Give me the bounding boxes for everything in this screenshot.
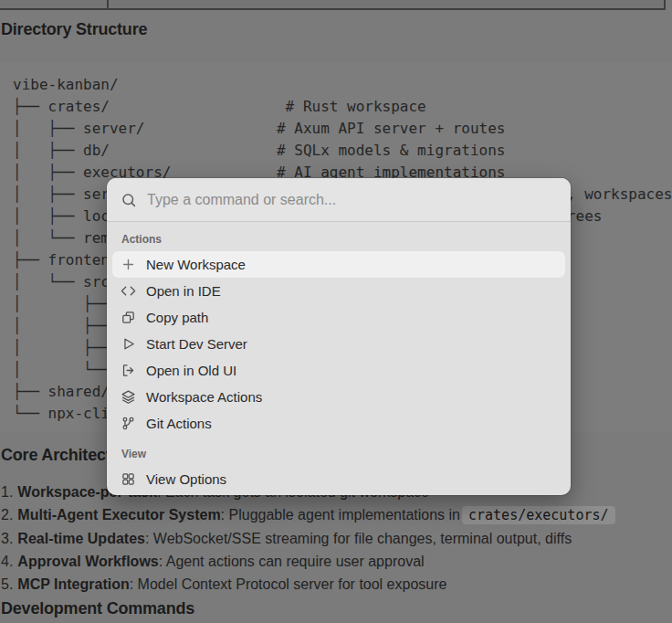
list-number: 3. xyxy=(1,531,13,546)
list-number: 1. xyxy=(1,484,13,500)
list-number: 5. xyxy=(1,576,13,592)
section-label-view: View xyxy=(107,437,571,466)
code-icon xyxy=(121,283,136,299)
play-icon xyxy=(121,336,136,352)
menu-item-new-workspace[interactable]: New Workspace xyxy=(112,251,565,278)
list-item-term: Approval Workflows xyxy=(17,554,158,569)
plus-icon xyxy=(121,257,136,272)
menu-item-label: Workspace Actions xyxy=(146,389,262,405)
menu-item-start-dev-server[interactable]: Start Dev Server xyxy=(112,331,565,357)
list-number: 2. xyxy=(1,507,13,523)
core-architecture-list: 1.Workspace-per-task: Each task gets an … xyxy=(1,480,615,596)
list-item: 4.Approval Workflows: Agent actions can … xyxy=(1,550,615,573)
section-heading-directory-structure: Directory Structure xyxy=(1,20,147,39)
copy-icon xyxy=(121,310,136,325)
menu-item-label: Git Actions xyxy=(146,416,212,431)
menu-item-copy-path[interactable]: Copy path xyxy=(112,304,565,331)
menu-item-workspace-actions[interactable]: Workspace Actions xyxy=(112,384,565,410)
menu-item-label: Copy path xyxy=(146,310,208,325)
menu-item-label: View Options xyxy=(146,471,226,487)
menu-item-open-in-ide[interactable]: Open in IDE xyxy=(112,278,565,304)
menu-item-view-options[interactable]: View Options xyxy=(112,466,565,492)
search-icon xyxy=(121,192,137,208)
list-item: 5.MCP Integration: Model Context Protoco… xyxy=(1,573,615,596)
section-label-actions: Actions xyxy=(107,222,571,251)
inline-code: crates/executors/ xyxy=(462,506,615,524)
table-cell xyxy=(109,0,664,8)
grid-icon xyxy=(121,471,136,487)
list-item-text: : WebSocket/SSE streaming for file chang… xyxy=(145,531,572,546)
menu-item-label: Open in Old UI xyxy=(146,363,236,378)
list-item-text: : Pluggable agent implementations in xyxy=(221,507,460,523)
list-item-term: MCP Integration xyxy=(17,576,129,592)
command-palette: Actions New Workspace Open in IDE Copy p… xyxy=(107,178,571,495)
menu-item-open-in-old-ui[interactable]: Open in Old UI xyxy=(112,357,565,384)
menu-item-label: Start Dev Server xyxy=(146,336,247,352)
command-search-input[interactable] xyxy=(147,192,557,208)
menu-item-label: New Workspace xyxy=(146,257,246,272)
document-page: Directory Structure vibe-kanban/ ├── cra… xyxy=(0,0,672,623)
layers-icon xyxy=(121,389,136,405)
table-cell xyxy=(0,0,109,8)
exit-icon xyxy=(121,363,136,378)
list-item-text: : Model Context Protocol server for tool… xyxy=(130,576,447,592)
list-item-term: Real-time Updates xyxy=(17,531,145,546)
menu-item-git-actions[interactable]: Git Actions xyxy=(112,410,565,437)
list-item-text: : Agent actions can require user approva… xyxy=(159,554,425,569)
list-item: 2.Multi-Agent Executor System: Pluggable… xyxy=(1,503,615,527)
section-heading-development-commands: Development Commands xyxy=(1,599,194,618)
list-number: 4. xyxy=(1,554,13,569)
table-bottom-edge xyxy=(0,0,666,10)
list-item: 3.Real-time Updates: WebSocket/SSE strea… xyxy=(1,527,615,550)
menu-item-label: Open in IDE xyxy=(146,283,221,299)
list-item-term: Multi-Agent Executor System xyxy=(17,507,220,523)
git-branch-icon xyxy=(121,416,136,431)
command-palette-search-row xyxy=(107,178,571,222)
